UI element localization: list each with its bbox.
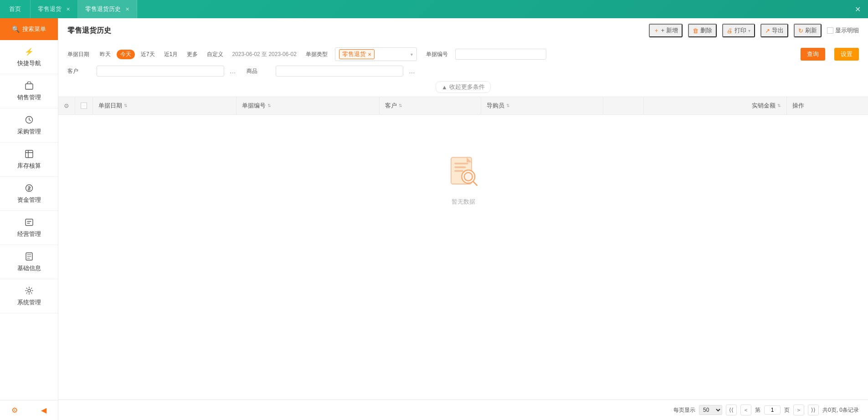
print-button[interactable]: 🖨 打印 ▾ (722, 24, 755, 37)
svg-point-6 (28, 289, 31, 292)
sort-customer[interactable]: 客户 ⇅ (385, 102, 475, 110)
type-select[interactable]: 零售退货 ✕ ▾ (335, 47, 417, 61)
window-close-btn[interactable]: ✕ (855, 5, 868, 14)
sidebar-search[interactable]: 🔍 搜索菜单 (0, 18, 58, 40)
tab-home-label: 首页 (9, 5, 21, 13)
sidebar-item-operations[interactable]: 经营管理 (0, 211, 58, 245)
table-body: 暂无数据 (58, 115, 868, 243)
date-filter-group: 单据日期 昨天 今天 近7天 近1月 更多 自定义 2023-06-02 至 2… (67, 50, 297, 59)
sidebar-item-system-mgmt[interactable]: 系统管理 (0, 279, 58, 313)
svg-line-13 (473, 182, 477, 185)
sidebar-item-quick-nav-label: 快捷导航 (17, 59, 41, 67)
empty-state: 暂无数据 (58, 115, 868, 242)
print-icon: 🖨 (727, 27, 733, 34)
top-bar: 首页 零售退货 ✕ 零售退货历史 ✕ ✕ (0, 0, 868, 18)
refresh-button[interactable]: ↻ 刷新 (794, 24, 822, 37)
settings-button[interactable]: 设置 (834, 48, 859, 61)
th-customer: 客户 ⇅ (380, 97, 481, 115)
sidebar-item-finance[interactable]: 资金管理 (0, 177, 58, 211)
per-page-select[interactable]: 50 10 20 100 (699, 405, 722, 415)
sidebar-item-purchase-mgmt[interactable]: 采购管理 (0, 108, 58, 143)
th-gear: ⚙ (58, 97, 75, 115)
data-table: ⚙ 单据日期 ⇅ 单据编号 (58, 97, 868, 242)
type-filter-group: 单据类型 零售退货 ✕ ▾ (306, 47, 417, 61)
select-all-checkbox[interactable] (81, 102, 87, 109)
sidebar-item-inventory[interactable]: 库存核算 (0, 143, 58, 177)
show-detail-toggle[interactable]: 显示明细 (827, 26, 859, 35)
operations-icon (24, 217, 34, 227)
sidebar: 🔍 搜索菜单 ⚡ 快捷导航 销售管理 (0, 18, 58, 420)
number-filter-label: 单据编号 (426, 51, 452, 58)
customer-filter-label: 客户 (67, 67, 93, 75)
gear-icon[interactable]: ⚙ (64, 102, 69, 109)
sort-guide[interactable]: 导购员 ⇅ (487, 102, 598, 110)
refresh-icon: ↻ (798, 27, 803, 34)
date-filter-label: 单据日期 (67, 51, 93, 58)
svg-rect-9 (454, 166, 466, 168)
sidebar-bottom: ⚙ ◀ (0, 400, 58, 420)
date-btn-more[interactable]: 更多 (184, 50, 201, 59)
sort-amount[interactable]: 实销金额 ⇅ (649, 102, 781, 110)
empty-cell: 暂无数据 (58, 115, 868, 243)
sales-icon (24, 81, 34, 91)
sidebar-item-sales-mgmt[interactable]: 销售管理 (0, 74, 58, 108)
tab-retail-return-close[interactable]: ✕ (66, 6, 70, 12)
sidebar-item-quick-nav[interactable]: ⚡ 快捷导航 (0, 40, 58, 74)
delete-button[interactable]: 🗑 删除 (688, 24, 717, 37)
first-page-btn[interactable]: ⟨⟨ (726, 405, 737, 415)
new-button[interactable]: ＋ + 新增 (649, 24, 683, 37)
sort-number[interactable]: 单据编号 ⇅ (242, 102, 374, 110)
collapse-button[interactable]: ▲ 收起更多条件 (436, 81, 491, 93)
th-number: 单据编号 ⇅ (236, 97, 380, 115)
date-btn-7days[interactable]: 近7天 (138, 50, 158, 59)
page-header: 零售退货历史 ＋ + 新增 🗑 删除 🖨 打印 ▾ (58, 18, 868, 97)
page-input[interactable] (764, 405, 781, 415)
empty-illustration (443, 151, 484, 192)
export-button[interactable]: ↗ 导出 (760, 24, 788, 37)
show-detail-checkbox[interactable] (827, 27, 833, 34)
prev-page-btn[interactable]: ＜ (740, 405, 751, 415)
collapse-label: 收起更多条件 (449, 83, 485, 91)
date-btn-custom[interactable]: 自定义 (204, 50, 226, 59)
tab-retail-return-history-close[interactable]: ✕ (125, 6, 129, 12)
sort-number-icon: ⇅ (267, 103, 271, 108)
goods-dots[interactable]: ... (407, 67, 416, 75)
toolbar: ＋ + 新增 🗑 删除 🖨 打印 ▾ ↗ 导出 (649, 24, 859, 37)
settings-bottom-icon[interactable]: ⚙ (11, 406, 18, 415)
sidebar-item-basic-info[interactable]: 基础信息 (0, 245, 58, 279)
per-page-label: 每页显示 (673, 406, 695, 414)
sort-date[interactable]: 单据日期 ⇅ (98, 102, 231, 110)
date-btn-yesterday[interactable]: 昨天 (97, 50, 114, 59)
table-header-row: ⚙ 单据日期 ⇅ 单据编号 (58, 97, 868, 115)
tab-retail-return-history[interactable]: 零售退货历史 ✕ (78, 0, 137, 18)
collapse-up-icon: ▲ (442, 84, 447, 91)
th-guide: 导购员 ⇅ (481, 97, 603, 115)
page-title: 零售退货历史 (67, 26, 111, 36)
tab-retail-return-label: 零售退货 (38, 5, 62, 13)
goods-input[interactable] (276, 66, 403, 77)
next-page-btn[interactable]: ＞ (793, 405, 804, 415)
query-button[interactable]: 查询 (801, 48, 825, 61)
content-area: 零售退货历史 ＋ + 新增 🗑 删除 🖨 打印 ▾ (58, 18, 868, 420)
filter-row-1: 单据日期 昨天 今天 近7天 近1月 更多 自定义 2023-06-02 至 2… (67, 47, 859, 61)
customer-filter-group: 客户 ... (67, 66, 237, 77)
svg-rect-10 (454, 170, 463, 172)
tab-retail-return[interactable]: 零售退货 ✕ (31, 0, 78, 18)
last-page-btn[interactable]: ⟩⟩ (808, 405, 819, 415)
quick-nav-icon: ⚡ (24, 46, 34, 56)
sidebar-menu: ⚡ 快捷导航 销售管理 采购管理 (0, 40, 58, 400)
collapse-icon[interactable]: ◀ (41, 406, 46, 415)
sort-amount-icon: ⇅ (777, 103, 781, 108)
tab-home[interactable]: 首页 (0, 0, 31, 18)
show-detail-label: 显示明细 (835, 26, 859, 35)
sidebar-item-purchase-label: 采购管理 (17, 128, 41, 136)
date-btn-today[interactable]: 今天 (117, 50, 135, 59)
number-input[interactable] (455, 49, 546, 60)
number-filter-group: 单据编号 (426, 49, 546, 60)
customer-input[interactable] (97, 66, 224, 77)
customer-dots[interactable]: ... (228, 67, 237, 75)
type-tag-close[interactable]: ✕ (368, 52, 371, 57)
type-tag: 零售退货 ✕ (339, 49, 375, 59)
svg-rect-8 (454, 163, 468, 164)
date-btn-1month[interactable]: 近1月 (161, 50, 181, 59)
